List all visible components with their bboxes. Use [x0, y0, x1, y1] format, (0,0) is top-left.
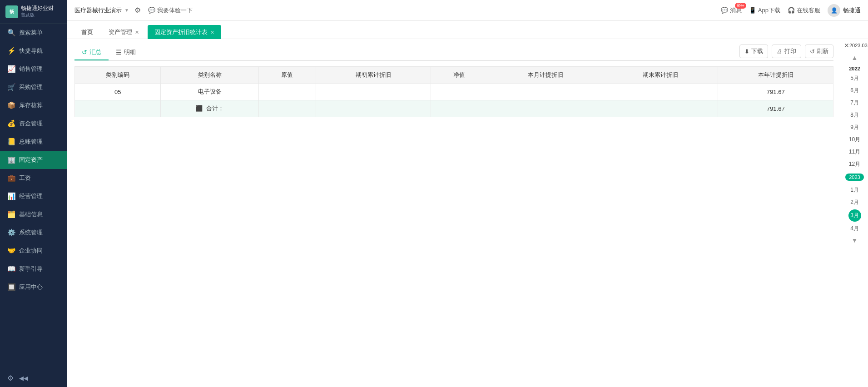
avatar: 👤 — [828, 4, 840, 17]
topbar-right: 💬 消息 99+ 📱 App下载 🎧 在线客服 👤 畅捷通 — [721, 4, 861, 17]
logo-area: 畅 畅捷通好业财 普及版 — [0, 0, 67, 24]
app-subtitle: 普及版 — [21, 12, 54, 18]
month-2022-9[interactable]: 9月 — [841, 121, 868, 134]
system-icon: ⚙️ — [7, 228, 15, 237]
sidebar-item-inventory[interactable]: 📦 库存核算 — [0, 96, 67, 114]
detail-tab-label: 明细 — [124, 48, 136, 56]
month-2022-8[interactable]: 8月 — [841, 109, 868, 121]
month-2022-7[interactable]: 7月 — [841, 97, 868, 109]
subtotal-label: ⬛ 合计： — [161, 100, 259, 117]
download-button[interactable]: ⬇ 下载 — [739, 45, 768, 58]
date-panel: ✕ 2023.03 ⤢ ▲ 2022 5月 6月 7月 8月 9月 10月 11… — [841, 39, 868, 387]
subtotal-monthly-dep — [488, 100, 603, 117]
refresh-button[interactable]: ↺ 刷新 — [805, 45, 833, 58]
notification-badge: 99+ — [735, 3, 746, 9]
notification-btn[interactable]: 💬 消息 99+ — [721, 6, 742, 15]
row-annual-dep: 791.67 — [718, 84, 833, 100]
main-area: 医疗器械行业演示 ▼ ⚙ 💬 我要体验一下 💬 消息 99+ 📱 App下载 🎧… — [67, 0, 868, 387]
month-2023-2[interactable]: 2月 — [841, 196, 868, 208]
sidebar-item-quick-nav[interactable]: ⚡ 快捷导航 — [0, 42, 67, 60]
sidebar-bottom: ⚙ ◀◀ — [0, 369, 67, 387]
sidebar-item-operations[interactable]: 📊 经营管理 — [0, 187, 67, 205]
company-arrow-icon: ▼ — [124, 8, 129, 13]
year-2022-label: 2022 — [841, 63, 868, 72]
online-service-btn[interactable]: 🎧 在线客服 — [788, 6, 820, 15]
company-selector[interactable]: 医疗器械行业演示 ▼ — [74, 6, 129, 15]
subtotal-annual-dep: 791.67 — [718, 100, 833, 117]
print-label: 打印 — [784, 47, 796, 55]
month-2022-11[interactable]: 11月 — [841, 146, 868, 158]
date-panel-close-icon[interactable]: ✕ — [844, 42, 849, 49]
row-net — [431, 84, 488, 100]
subtotal-accum-dep — [316, 100, 431, 117]
download-label: 下载 — [751, 47, 763, 55]
refresh-icon: ↺ — [810, 48, 815, 55]
row-monthly-dep — [488, 84, 603, 100]
col-end-accum: 期末累计折旧 — [603, 67, 718, 84]
subtotal-icon: ⬛ — [195, 105, 203, 112]
sidebar-item-search[interactable]: 🔍 搜索菜单 — [0, 24, 67, 42]
app-download-icon: 📱 — [749, 7, 756, 14]
tab-depreciation[interactable]: 固定资产折旧统计表 ✕ — [148, 25, 221, 39]
settings-bottom-icon[interactable]: ⚙ — [7, 374, 14, 382]
sidebar-item-finance[interactable]: 💰 资金管理 — [0, 114, 67, 133]
row-end-accum — [603, 84, 718, 100]
operations-icon: 📊 — [7, 192, 15, 200]
month-2023-3-active[interactable]: 3月 — [848, 209, 861, 222]
col-original: 原值 — [259, 67, 316, 84]
row-name: 电子设备 — [161, 84, 259, 100]
sidebar-item-basic-info[interactable]: 🗂️ 基础信息 — [0, 205, 67, 223]
tab-summary[interactable]: ↺ 汇总 — [74, 45, 109, 60]
user-area[interactable]: 👤 畅捷通 — [828, 4, 861, 17]
month-2022-5[interactable]: 5月 — [841, 72, 868, 84]
sidebar-label-guide: 新手引导 — [19, 265, 43, 273]
sidebar-item-guide[interactable]: 📖 新手引导 — [0, 260, 67, 278]
tab-detail[interactable]: ☰ 明细 — [109, 45, 143, 60]
sidebar: 畅 畅捷通好业财 普及版 🔍 搜索菜单 ⚡ 快捷导航 📈 销售管理 🛒 采购管理… — [0, 0, 67, 387]
month-2022-6[interactable]: 6月 — [841, 84, 868, 97]
scroll-up-icon[interactable]: ▲ — [841, 52, 868, 63]
sidebar-item-ledger[interactable]: 📒 总账管理 — [0, 133, 67, 151]
sidebar-item-app-center[interactable]: 🔲 应用中心 — [0, 278, 67, 296]
month-2023-1[interactable]: 1月 — [841, 184, 868, 196]
tab-home[interactable]: 首页 — [74, 25, 100, 39]
sidebar-item-payroll[interactable]: 💼 工资 — [0, 169, 67, 187]
date-panel-title: 2023.03 — [849, 43, 868, 48]
scroll-down-icon[interactable]: ▼ — [841, 235, 868, 246]
month-2022-10[interactable]: 10月 — [841, 134, 868, 146]
sidebar-label-app-center: 应用中心 — [19, 283, 43, 291]
sidebar-label-ledger: 总账管理 — [19, 138, 43, 146]
col-name: 类别名称 — [161, 67, 259, 84]
month-2022-12[interactable]: 12月 — [841, 158, 868, 170]
asset-tab-close-icon[interactable]: ✕ — [135, 30, 139, 35]
date-panel-scroll[interactable]: ▲ 2022 5月 6月 7月 8月 9月 10月 11月 12月 2023 1… — [841, 52, 868, 387]
sidebar-item-fixed-assets[interactable]: 🏢 固定资产 — [0, 151, 67, 169]
depreciation-tab-close-icon[interactable]: ✕ — [210, 30, 214, 35]
sidebar-nav: 🔍 搜索菜单 ⚡ 快捷导航 📈 销售管理 🛒 采购管理 📦 库存核算 💰 资金管… — [0, 24, 67, 369]
company-name: 医疗器械行业演示 — [74, 6, 122, 15]
sidebar-label-system: 系统管理 — [19, 228, 43, 237]
print-button[interactable]: 🖨 打印 — [772, 45, 801, 58]
payroll-icon: 💼 — [7, 174, 15, 182]
year-2023-row: 2023 — [841, 172, 868, 183]
col-code: 类别编码 — [75, 67, 161, 84]
finance-icon: 💰 — [7, 119, 15, 128]
feedback-btn[interactable]: 💬 我要体验一下 — [148, 6, 193, 15]
fixed-assets-icon: 🏢 — [7, 156, 15, 164]
sidebar-label-collab: 企业协同 — [19, 247, 43, 255]
subtotal-net — [431, 100, 488, 117]
topbar: 医疗器械行业演示 ▼ ⚙ 💬 我要体验一下 💬 消息 99+ 📱 App下载 🎧… — [67, 0, 868, 21]
app-download-btn[interactable]: 📱 App下载 — [749, 6, 780, 15]
sidebar-item-system[interactable]: ⚙️ 系统管理 — [0, 223, 67, 242]
tab-asset-mgmt[interactable]: 资产管理 ✕ — [102, 25, 146, 39]
app-download-label: App下载 — [758, 6, 780, 15]
settings-icon[interactable]: ⚙ — [134, 6, 141, 15]
depreciation-tab-label: 固定资产折旧统计表 — [154, 28, 208, 36]
sidebar-item-collab[interactable]: 🤝 企业协同 — [0, 242, 67, 260]
sidebar-item-purchase[interactable]: 🛒 采购管理 — [0, 78, 67, 96]
month-2023-4[interactable]: 4月 — [841, 223, 868, 235]
home-tab-label: 首页 — [81, 28, 93, 36]
feedback-icon: 💬 — [148, 7, 155, 14]
sidebar-item-sales[interactable]: 📈 销售管理 — [0, 60, 67, 78]
collapse-icon[interactable]: ◀◀ — [19, 375, 28, 382]
